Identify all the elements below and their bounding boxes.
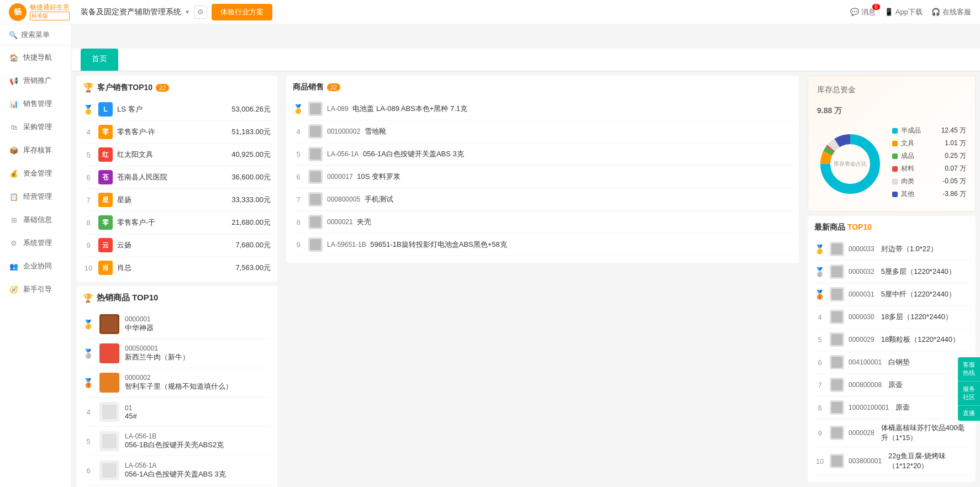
box-icon: 📦 bbox=[9, 145, 19, 155]
message-button[interactable]: 💬 消息 6 bbox=[850, 7, 876, 17]
product-code: 0000002 bbox=[125, 374, 233, 382]
svg-rect-31 bbox=[831, 427, 842, 438]
sidebar-item-inventory[interactable]: 📦 库存核算 bbox=[0, 139, 71, 162]
sidebar-label: 库存核算 bbox=[23, 145, 52, 155]
hot-product-item: 6 LA-056-1A 056-1A白色按键开关盖ABS 3克 bbox=[83, 456, 271, 485]
megaphone-icon: 📢 bbox=[9, 76, 19, 86]
inventory-value: 9.88 bbox=[817, 106, 832, 115]
settings-icon[interactable]: ⚙ bbox=[194, 6, 207, 19]
legend-value: -0.05 万 bbox=[942, 177, 966, 186]
product-thumb bbox=[830, 454, 844, 468]
customer-avatar: 苍 bbox=[98, 170, 113, 184]
product-top10-header: 商品销售 22 bbox=[293, 82, 792, 92]
product-name: 18多层（1220*2440） bbox=[881, 312, 969, 322]
legend-label: 其他 bbox=[901, 189, 942, 199]
sidebar-item-basic[interactable]: ⊞ 基础信息 bbox=[0, 208, 71, 231]
app-download-button[interactable]: 📱 App下载 bbox=[884, 7, 923, 17]
headset-icon: 🎧 bbox=[931, 8, 940, 16]
legend-label: 肉类 bbox=[901, 177, 942, 186]
svg-rect-26 bbox=[831, 311, 842, 322]
rank-number: 5 bbox=[814, 336, 825, 344]
sidebar-item-finance[interactable]: 💰 资金管理 bbox=[0, 162, 71, 185]
product-thumb bbox=[830, 287, 844, 301]
product-thumb bbox=[830, 426, 844, 440]
product-name: 雪地靴 bbox=[365, 127, 386, 135]
rank-number: 8 bbox=[293, 218, 304, 226]
live-button[interactable]: 直播 bbox=[958, 406, 980, 421]
product-name: 夹壳 bbox=[357, 218, 371, 226]
product-thumb bbox=[830, 355, 844, 369]
product-info: LA-056-1A 056-1A白色按键开关盖ABS 3克 bbox=[327, 149, 792, 159]
customer-service-button[interactable]: 客服热线 bbox=[958, 357, 980, 382]
gold-medal-icon: 🥇 bbox=[814, 244, 825, 255]
legend-label: 文具 bbox=[901, 139, 945, 148]
svg-rect-28 bbox=[831, 357, 842, 368]
right-panel: 库存总资金 9.88 万 bbox=[803, 71, 980, 487]
sidebar-item-purchase[interactable]: 🛍 采购管理 bbox=[0, 115, 71, 139]
bag-icon: 🛍 bbox=[9, 122, 19, 132]
product-name: 18颗粒板（1220*2440） bbox=[881, 335, 969, 345]
hot-product-item: 5 LA-056-1B 056-1B白色按键开关壳ABS2克 bbox=[83, 427, 271, 456]
product-image bbox=[99, 373, 119, 393]
legend-label: 成品 bbox=[901, 151, 945, 161]
svg-rect-12 bbox=[310, 171, 321, 182]
sidebar-item-system[interactable]: ⚙ 系统管理 bbox=[0, 231, 71, 255]
sidebar-item-company[interactable]: 👥 企业协同 bbox=[0, 255, 71, 278]
product-info: LA-056-1A 056-1A白色按键开关盖ABS 3克 bbox=[125, 462, 226, 479]
product-code: 000500001 bbox=[125, 345, 189, 352]
tab-home[interactable]: 首页 bbox=[81, 49, 118, 71]
sidebar-label: 快捷导航 bbox=[23, 52, 52, 62]
inventory-total: 9.88 万 bbox=[817, 99, 966, 117]
customer-rank-item: 5 红 红太阳文具 40,925.00元 bbox=[83, 144, 271, 166]
left-panel: 🏆 客户销售TOP10 22 🥇 L LS 客户 53,006.26元 4 bbox=[72, 71, 282, 487]
product-info: 001000002 雪地靴 bbox=[327, 126, 792, 136]
tab-bar: 首页 bbox=[72, 49, 980, 71]
product-name: 5厘中纤（1220*2440） bbox=[881, 289, 969, 299]
customer-name: 云扬 bbox=[117, 240, 231, 250]
product-code: 0000032 bbox=[849, 268, 874, 276]
community-button[interactable]: 服务社区 bbox=[958, 382, 980, 406]
chart-subtitle: 库存资金占比 bbox=[834, 160, 867, 168]
sidebar-item-guide[interactable]: 🧭 新手引导 bbox=[0, 278, 71, 301]
product-rank-item: 9 LA-59651-1B 59651-1B旋转投影灯电池盒ABS黑色+58克 bbox=[293, 234, 792, 256]
product-name: 白钢垫 bbox=[888, 357, 969, 367]
grid-icon: ⊞ bbox=[9, 215, 19, 225]
legend-value: 0.07 万 bbox=[945, 164, 966, 173]
service-button[interactable]: 🎧 在线客服 bbox=[931, 7, 971, 17]
gold-medal-icon: 🥇 bbox=[83, 319, 94, 330]
svg-rect-30 bbox=[831, 402, 842, 413]
sidebar-item-marketing[interactable]: 📢 营销推广 bbox=[0, 69, 71, 92]
customer-rank-item: 9 云 云扬 7,680.00元 bbox=[83, 234, 271, 257]
donut-center-label: 库存资金占比 bbox=[834, 160, 867, 168]
dropdown-icon[interactable]: ▾ bbox=[186, 8, 189, 16]
sidebar-item-quick-nav[interactable]: 🏠 快捷导航 bbox=[0, 46, 71, 69]
phone-icon: 📱 bbox=[884, 8, 893, 16]
product-info: LA-056-1B 056-1B白色按键开关壳ABS2克 bbox=[125, 432, 224, 450]
rank-number: 6 bbox=[83, 173, 94, 182]
product-thumb bbox=[830, 378, 844, 392]
product-thumb bbox=[830, 242, 844, 256]
customer-value: 33,333.00元 bbox=[231, 195, 271, 205]
customer-name: 零售客户-许 bbox=[117, 127, 227, 137]
rank-number: 9 bbox=[293, 241, 304, 249]
guide-icon: 🧭 bbox=[9, 284, 19, 294]
search-menu[interactable]: 🔍 搜索菜单 bbox=[0, 24, 71, 46]
sidebar-item-operation[interactable]: 📋 经营管理 bbox=[0, 185, 71, 208]
legend-label: 材料 bbox=[901, 164, 945, 173]
search-label: 搜索菜单 bbox=[21, 30, 50, 40]
new-products-title: 最新商品 TOP10 bbox=[814, 223, 969, 232]
customer-value: 36,600.00元 bbox=[231, 172, 271, 182]
svg-rect-14 bbox=[310, 216, 321, 227]
trial-button[interactable]: 体验行业方案 bbox=[212, 4, 272, 20]
sidebar-item-sales[interactable]: 📊 销售管理 bbox=[0, 92, 71, 115]
product-code: 0000030 bbox=[849, 313, 874, 321]
rank-number: 6 bbox=[814, 358, 825, 367]
legend-dot bbox=[892, 128, 898, 134]
customer-name: 苍南县人民医院 bbox=[117, 172, 227, 182]
product-name: 5厘多层（1220*2440） bbox=[881, 267, 969, 277]
logo-icon: 畅 bbox=[9, 3, 27, 21]
content-area: 🏆 客户销售TOP10 22 🥇 L LS 客户 53,006.26元 4 bbox=[72, 71, 980, 487]
product-image-placeholder bbox=[99, 460, 119, 480]
product-code: LA-056-1A bbox=[125, 462, 226, 469]
product-code: 0000017 bbox=[327, 173, 353, 181]
